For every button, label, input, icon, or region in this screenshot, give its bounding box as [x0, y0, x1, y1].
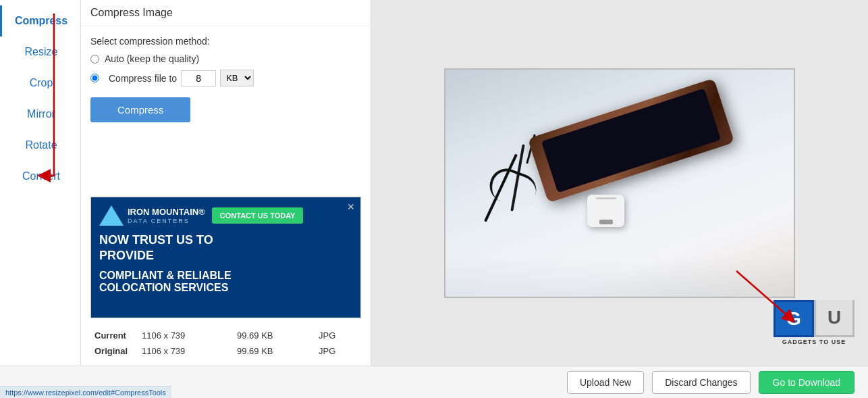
- sidebar-item-crop[interactable]: Crop: [0, 68, 80, 99]
- status-url-bar: https://www.resizepixel.com/edit#Compres…: [0, 387, 171, 398]
- iron-mountain-triangle-icon: [99, 205, 124, 226]
- preview-image: [444, 68, 795, 298]
- ad-contact-button[interactable]: CONTACT US TODAY: [212, 207, 304, 224]
- logo-g-block: G: [774, 300, 814, 337]
- compress-file-option[interactable]: Compress file to KB MB: [90, 70, 361, 86]
- sidebar-item-convert[interactable]: Convert: [0, 161, 80, 192]
- file-info-original-row: Original 1106 x 739 99.69 KB JPG: [90, 343, 361, 359]
- gadgets-to-use-logo: G U GADGETS TO USE: [774, 300, 855, 345]
- file-info-table: Current 1106 x 739 99.69 KB JPG Original…: [90, 328, 361, 359]
- original-dimensions: 1106 x 739: [138, 343, 233, 359]
- original-type: JPG: [315, 343, 361, 359]
- go-to-download-button[interactable]: Go to Download: [759, 371, 855, 394]
- auto-quality-radio[interactable]: [90, 55, 99, 64]
- ad-banner: ✕ IRON MOUNTAIN® DATA CENTERS CONTACT US…: [90, 197, 361, 318]
- panel-header: Compress Image: [81, 0, 371, 26]
- current-label: Current: [90, 328, 138, 343]
- auto-quality-option[interactable]: Auto (keep the quality): [90, 53, 361, 64]
- logo-u-block: U: [814, 300, 855, 337]
- original-size: 99.69 KB: [233, 343, 315, 359]
- phone-cable-image: [445, 70, 794, 297]
- ad-top-row: IRON MOUNTAIN® DATA CENTERS CONTACT US T…: [99, 205, 352, 226]
- current-dimensions: 1106 x 739: [138, 328, 233, 343]
- ad-headline: NOW TRUST US TO PROVIDE: [99, 232, 352, 264]
- compress-file-radio[interactable]: [90, 74, 99, 82]
- original-label: Original: [90, 343, 138, 359]
- sidebar-item-resize[interactable]: Resize: [0, 36, 80, 68]
- sidebar: Compress Resize Crop Mirror Rotate Conve…: [0, 0, 81, 366]
- compress-button[interactable]: Compress: [90, 97, 190, 122]
- file-info-current-row: Current 1106 x 739 99.69 KB JPG: [90, 328, 361, 343]
- ad-company-subtitle: DATA CENTERS: [128, 218, 205, 224]
- ad-company-name: IRON MOUNTAIN®: [128, 207, 205, 218]
- ad-subheadline: COMPLIANT & RELIABLE COLOCATION SERVICES: [99, 270, 352, 294]
- compression-method-label: Select compression method:: [90, 36, 361, 47]
- unit-select[interactable]: KB MB: [220, 70, 254, 86]
- compress-value-input[interactable]: [181, 70, 216, 86]
- logo-tagline: GADGETS TO USE: [782, 339, 846, 345]
- ad-close-icon[interactable]: ✕: [347, 201, 355, 212]
- upload-new-button[interactable]: Upload New: [567, 371, 644, 394]
- preview-area: G U GADGETS TO USE: [371, 0, 868, 366]
- current-type: JPG: [315, 328, 361, 343]
- current-size: 99.69 KB: [233, 328, 315, 343]
- content-body: Select compression method: Auto (keep th…: [81, 26, 371, 187]
- ad-logo: IRON MOUNTAIN® DATA CENTERS: [99, 205, 205, 226]
- content-panel: Compress Image Select compression method…: [81, 0, 371, 366]
- discard-changes-button[interactable]: Discard Changes: [652, 371, 750, 394]
- sidebar-item-compress[interactable]: Compress: [0, 5, 80, 36]
- sidebar-item-rotate[interactable]: Rotate: [0, 130, 80, 161]
- sidebar-item-mirror[interactable]: Mirror: [0, 99, 80, 130]
